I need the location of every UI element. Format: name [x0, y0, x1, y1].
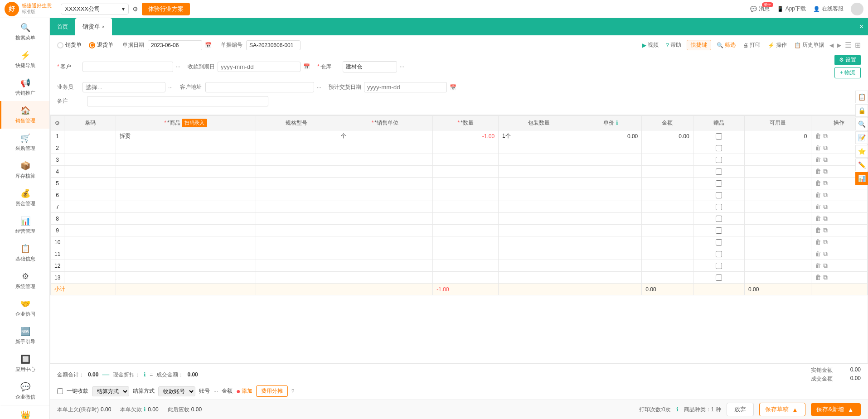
row-pack-qty[interactable]	[499, 260, 580, 272]
row-barcode[interactable]	[64, 201, 116, 213]
row-pack-qty[interactable]	[499, 213, 580, 225]
row-delete-icon[interactable]: 🗑	[815, 132, 821, 140]
row-gift[interactable]	[693, 272, 744, 284]
close-tab-icon[interactable]: ×	[102, 24, 105, 29]
row-barcode[interactable]	[64, 225, 116, 236]
row-product[interactable]	[116, 260, 256, 272]
row-amount[interactable]	[642, 272, 693, 284]
row-gift[interactable]	[693, 236, 744, 248]
row-spec[interactable]	[256, 248, 337, 260]
row-copy-icon[interactable]: ⧉	[823, 156, 828, 164]
row-price[interactable]: 0.00	[580, 130, 641, 142]
row-delete-icon[interactable]: 🗑	[815, 191, 821, 199]
row-qty[interactable]	[433, 142, 499, 154]
row-amount[interactable]	[642, 225, 693, 236]
row-qty[interactable]	[433, 248, 499, 260]
row-delete-icon[interactable]: 🗑	[815, 203, 821, 211]
row-pack-qty[interactable]	[499, 142, 580, 154]
save-draft-chevron[interactable]: ▲	[790, 406, 800, 413]
sidebar-item-inventory[interactable]: 📦 库存核算	[0, 156, 49, 184]
online-service-button[interactable]: 👤 在线客服	[813, 5, 844, 13]
sidebar-item-basic[interactable]: 📋 基础信息	[0, 239, 49, 267]
row-delete-icon[interactable]: 🗑	[815, 250, 821, 258]
row-pack-qty[interactable]	[499, 178, 580, 189]
right-tool-edit[interactable]: ✏️	[855, 159, 868, 171]
row-qty[interactable]: -1.00	[433, 130, 499, 142]
due-date-input[interactable]	[218, 62, 301, 72]
row-pack-qty[interactable]	[499, 154, 580, 166]
row-amount[interactable]: 0.00	[642, 130, 693, 142]
row-qty[interactable]	[433, 189, 499, 201]
row-amount[interactable]	[642, 201, 693, 213]
row-copy-icon[interactable]: ⧉	[823, 238, 828, 246]
row-price[interactable]	[580, 213, 641, 225]
row-unit[interactable]	[337, 260, 433, 272]
row-pack-qty[interactable]	[499, 201, 580, 213]
sidebar-item-system[interactable]: ⚙ 系统管理	[0, 267, 49, 294]
row-unit[interactable]	[337, 178, 433, 189]
row-delete-icon[interactable]: 🗑	[815, 238, 821, 246]
fee-help-icon[interactable]: ?	[291, 388, 295, 395]
account-select[interactable]: 收款账号	[158, 386, 195, 396]
right-tool-lock[interactable]: 🔒	[855, 104, 868, 117]
sidebar-item-marketing[interactable]: 📢 营销推广	[0, 73, 49, 101]
row-qty[interactable]	[433, 236, 499, 248]
table-settings-gear[interactable]: ⚙	[55, 120, 60, 126]
row-spec[interactable]	[256, 130, 337, 142]
add-button[interactable]: ● 添加	[236, 387, 252, 395]
row-unit[interactable]	[337, 166, 433, 178]
radio-sale[interactable]: 销货单	[57, 41, 82, 49]
row-product[interactable]	[116, 201, 256, 213]
right-tool-note[interactable]: 📝	[855, 131, 868, 144]
close-window-icon[interactable]: ×	[859, 23, 868, 31]
row-unit[interactable]	[337, 201, 433, 213]
row-unit[interactable]	[337, 154, 433, 166]
addr-more-icon[interactable]: ···	[317, 84, 321, 91]
row-qty[interactable]	[433, 225, 499, 236]
row-spec[interactable]	[256, 225, 337, 236]
next-icon[interactable]: ▶	[837, 42, 841, 48]
customer-more-icon[interactable]: ···	[176, 63, 180, 70]
row-price[interactable]	[580, 201, 641, 213]
col-settings[interactable]: ⚙	[51, 116, 64, 130]
row-gift[interactable]	[693, 225, 744, 236]
row-price[interactable]	[580, 248, 641, 260]
row-gift[interactable]	[693, 248, 744, 260]
row-amount[interactable]	[642, 142, 693, 154]
row-gift[interactable]	[693, 201, 744, 213]
row-price[interactable]	[580, 236, 641, 248]
row-barcode[interactable]	[64, 236, 116, 248]
salesperson-input[interactable]	[82, 82, 165, 92]
set-button[interactable]: ⚙ 设置	[834, 55, 861, 65]
message-button[interactable]: 💬 消息 99+	[750, 5, 770, 13]
row-barcode[interactable]	[64, 130, 116, 142]
salesperson-more-icon[interactable]: ···	[168, 84, 173, 91]
settlement-select[interactable]: 结算方式	[92, 386, 129, 396]
row-price[interactable]	[580, 260, 641, 272]
row-delete-icon[interactable]: 🗑	[815, 168, 821, 175]
notes-input[interactable]	[87, 96, 268, 106]
row-delete-icon[interactable]: 🗑	[815, 262, 821, 270]
row-spec[interactable]	[256, 142, 337, 154]
fee-split-button[interactable]: 费用分摊	[256, 385, 288, 397]
row-barcode[interactable]	[64, 272, 116, 284]
row-pack-qty[interactable]	[499, 225, 580, 236]
radio-return[interactable]: 退货单	[89, 41, 113, 49]
row-unit[interactable]: 个	[337, 130, 433, 142]
row-qty[interactable]	[433, 154, 499, 166]
history-action[interactable]: 📋历史单据	[792, 40, 826, 50]
row-gift[interactable]	[693, 142, 744, 154]
card-view-icon[interactable]: ⊞	[855, 41, 861, 49]
row-pack-qty[interactable]	[499, 166, 580, 178]
docno-input[interactable]: SA-20230606-001	[246, 40, 301, 50]
save-draft-button[interactable]: 保存草稿 ▲	[759, 403, 806, 416]
company-selector[interactable]: XXXXXX公司 ▾	[61, 4, 129, 14]
row-pack-qty[interactable]	[499, 248, 580, 260]
sidebar-item-quick-nav[interactable]: ⚡ 快捷导航	[0, 46, 49, 73]
row-product[interactable]	[116, 225, 256, 236]
row-unit[interactable]	[337, 142, 433, 154]
customer-addr-input[interactable]	[205, 82, 314, 92]
abandon-button[interactable]: 放弃	[727, 403, 754, 416]
row-price[interactable]	[580, 178, 641, 189]
sidebar-item-search[interactable]: 🔍 搜索菜单	[0, 18, 49, 46]
